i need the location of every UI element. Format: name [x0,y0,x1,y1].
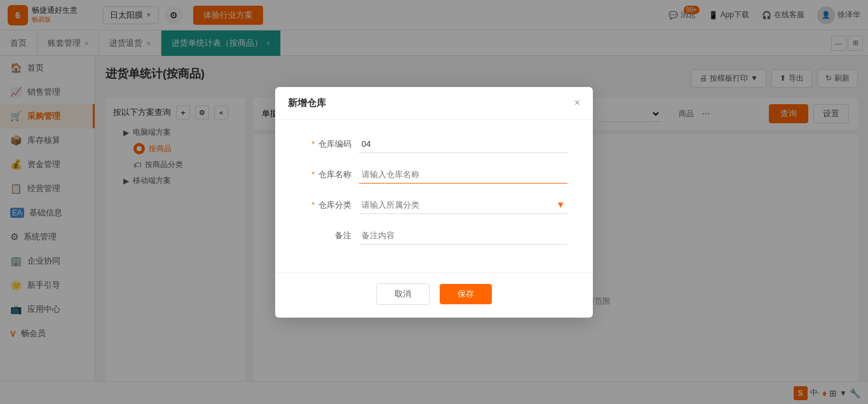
cancel-button[interactable]: 取消 [376,283,430,305]
dialog-add-warehouse: 新增仓库 × * 仓库编码 * 仓库名称 [275,87,593,318]
dialog-body: * 仓库编码 * 仓库名称 * 仓库分类 [275,120,593,273]
form-row-remark: 备注 [301,227,567,245]
form-name-label: * 仓库名称 [301,169,351,180]
warehouse-remark-input[interactable] [359,227,567,245]
modal-overlay: 新增仓库 × * 仓库编码 * 仓库名称 [0,0,868,404]
category-required-mark: * [311,200,315,210]
form-row-name: * 仓库名称 [301,166,567,184]
warehouse-category-input[interactable] [359,196,553,213]
category-select-row: ▼ [359,196,567,214]
form-remark-label: 备注 [301,230,351,241]
form-row-code: * 仓库编码 [301,135,567,153]
dialog-header: 新增仓库 × [275,87,593,120]
warehouse-name-input[interactable] [359,166,567,184]
form-code-label: * 仓库编码 [301,138,351,150]
dialog-footer: 取消 保存 [275,273,593,318]
save-button[interactable]: 保存 [440,284,492,304]
warehouse-code-input[interactable] [359,135,567,153]
form-row-category: * 仓库分类 ▼ [301,196,567,214]
form-category-label: * 仓库分类 [301,199,351,211]
dialog-title: 新增仓库 [288,97,326,109]
category-dropdown-icon[interactable]: ▼ [553,199,567,210]
name-required-mark: * [311,170,315,179]
dialog-close-button[interactable]: × [574,97,580,109]
code-required-mark: * [311,139,315,149]
